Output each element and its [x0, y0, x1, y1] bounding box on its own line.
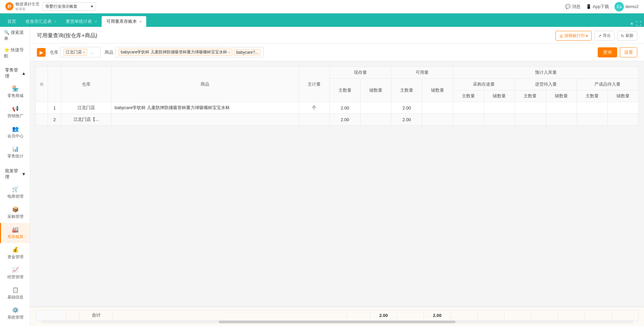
row1-settings — [36, 102, 48, 114]
sidebar-item-purchase[interactable]: 📦 采购管理 — [0, 203, 30, 223]
sidebar-item-enterprise[interactable]: 🤝 企业协同 — [0, 324, 30, 326]
retail-label: 零售管理 — [5, 67, 20, 79]
members-icon: 👥 — [12, 126, 19, 132]
th-available-aux: 辅数量 — [422, 79, 453, 102]
chevron-down-icon: ▾ — [91, 4, 93, 9]
column-settings-icon[interactable]: ⚙ — [40, 82, 44, 87]
tab-receipts[interactable]: 收发存汇总表 × — [21, 16, 61, 27]
sidebar-item-inventory[interactable]: 🏭 库存核算 — [0, 223, 30, 243]
retail-shop-label: 零售商城 — [7, 93, 23, 99]
query-button[interactable]: 查询 — [598, 47, 617, 57]
print-button[interactable]: 🖨 按模板打印 ▾ — [555, 31, 592, 41]
row2-settings — [36, 114, 48, 126]
th-warehouse: 仓库 — [61, 67, 111, 102]
sidebar-item-retail-stats[interactable]: 📊 零售统计 — [0, 142, 30, 162]
tab-receipts-label: 收发存汇总表 — [25, 18, 52, 25]
th-num — [48, 67, 61, 102]
sidebar-item-members[interactable]: 👥 会员中心 — [0, 122, 30, 142]
settings-button[interactable]: 设置 — [620, 47, 637, 57]
avatar: Ea — [614, 2, 624, 11]
warehouse-tag-text: 江北门店 — [66, 49, 82, 55]
product-tag-1: babycare学饮杯 儿童防摔防撞吸管杯重力球吸嘴杯宝宝水杯 × — [118, 49, 232, 56]
app-download-button[interactable]: 📱 App下载 — [586, 4, 609, 10]
footer-available-aux — [451, 310, 478, 321]
footer-incoming-aux — [558, 310, 585, 321]
basic-info-icon: 📋 — [12, 287, 19, 293]
sidebar-item-wholesale[interactable]: 批发管理 ▼ — [0, 165, 30, 183]
tab-orders-close[interactable]: × — [95, 19, 97, 24]
sidebar-item-ecommerce[interactable]: 🛒 电商管理 — [0, 183, 30, 203]
message-button[interactable]: 💬 消息 — [565, 4, 581, 10]
row2-incoming-aux — [546, 114, 577, 126]
footer-incoming-main — [531, 310, 558, 321]
row1-available-aux — [422, 102, 453, 114]
top-bar-right: 💬 消息 📱 App下载 Ea demo2 — [565, 2, 639, 11]
operations-label: 经营管理 — [7, 274, 23, 280]
purchase-icon: 📦 — [12, 206, 19, 213]
th-purchase-aux: 辅数量 — [484, 90, 515, 102]
warehouse-filter-more[interactable]: ... — [89, 50, 95, 55]
tab-inventory-close[interactable]: × — [140, 19, 142, 24]
th-purchase-group: 采购在途量 — [453, 79, 515, 90]
row2-production-main — [577, 114, 607, 126]
table-row: 1 江北门店 babycare学饮杯 儿童防摔防撞吸管杯重力球吸嘴杯宝宝水杯 个… — [36, 102, 639, 114]
print-icon: 🖨 — [559, 34, 563, 38]
refresh-button[interactable]: ↻ 刷新 — [617, 31, 637, 41]
sidebar-item-retail-shop[interactable]: 🏪 零售商城 — [0, 82, 30, 102]
close-all-icon[interactable]: × — [630, 21, 633, 27]
page-header: 可用量查询(按仓库+商品) 🖨 按模板打印 ▾ ↗ 导出 ↻ 刷新 — [30, 27, 644, 44]
table-scrollbar-thumb — [219, 321, 455, 323]
inventory-label: 库存核算 — [7, 234, 23, 240]
sidebar-item-marketing[interactable]: 📢 营销推广 — [0, 102, 30, 122]
sidebar-item-finance[interactable]: 💰 资金管理 — [0, 243, 30, 263]
tab-inventory[interactable]: 可用量库存账本 × — [102, 16, 146, 27]
row2-incoming-main — [515, 114, 546, 126]
sidebar-search-menu[interactable]: 🔍 搜索菜单 — [0, 27, 30, 44]
footer-empty-num — [66, 310, 79, 321]
sidebar-item-retail[interactable]: 零售管理 ▲ — [0, 64, 30, 82]
row2-production-aux — [607, 114, 638, 126]
tab-bar-actions: × ⛶ — [630, 21, 641, 27]
wholesale-label: 批发管理 — [5, 168, 20, 180]
warehouse-selector-text: 母婴行业演示账套 — [45, 4, 77, 9]
warehouse-selector[interactable]: 母婴行业演示账套 ▾ — [42, 2, 96, 11]
warehouse-tag-close[interactable]: × — [83, 50, 85, 54]
th-stock-main: 主数量 — [329, 79, 360, 102]
row2-stock-aux — [360, 114, 391, 126]
sidebar-item-basic-info[interactable]: 📋 基础信息 — [0, 283, 30, 304]
system-icon: ⚙️ — [12, 307, 19, 313]
tab-receipts-close[interactable]: × — [54, 19, 56, 24]
row1-num: 1 — [48, 102, 61, 114]
tab-home[interactable]: 首页 — [3, 16, 21, 27]
tab-orders[interactable]: 要货单统计表 × — [61, 16, 101, 27]
export-button[interactable]: ↗ 导出 — [594, 31, 614, 41]
filter-toggle-button[interactable]: ▶ — [37, 48, 46, 57]
tab-bar: 首页 收发存汇总表 × 要货单统计表 × 可用量库存账本 × × ⛶ — [0, 13, 644, 27]
product-tag-1-text: babycare学饮杯 儿童防摔防撞吸管杯重力球吸嘴杯宝宝水杯 — [121, 49, 227, 55]
filter-actions: 查询 设置 — [598, 47, 637, 57]
members-label: 会员中心 — [7, 133, 23, 139]
export-icon: ↗ — [598, 34, 601, 38]
footer-row: 合计 2.00 2.00 — [36, 310, 639, 321]
th-available-main: 主数量 — [391, 79, 422, 102]
th-unit: 主计量 — [299, 67, 329, 102]
data-table: ⚙ 仓库 商品 主计量 现存量 可用量 预计入库量 主数量 辅数量 主数量 — [36, 66, 639, 126]
product-tag-2: babycare?... — [234, 49, 261, 55]
warehouse-filter-input[interactable]: 江北门店 × ... — [60, 47, 101, 57]
row1-incoming-aux — [546, 102, 577, 114]
app-download-label: App下载 — [593, 4, 609, 10]
refresh-icon: ↻ — [621, 34, 624, 38]
sidebar-item-system[interactable]: ⚙️ 系统管理 — [0, 304, 30, 324]
sidebar-item-operations[interactable]: 📈 经营管理 — [0, 263, 30, 283]
table-scrollbar[interactable] — [41, 321, 633, 323]
th-production-group: 产成品待入量 — [577, 79, 638, 90]
expand-icon[interactable]: ⛶ — [636, 21, 641, 27]
table-footer: 合计 2.00 2.00 — [30, 307, 644, 326]
logo-icon: 好 — [5, 2, 13, 10]
product-tag-1-close[interactable]: × — [228, 50, 230, 54]
sidebar-quick-nav[interactable]: ⭐ 快捷导航 — [0, 44, 30, 62]
product-filter-input[interactable]: babycare学饮杯 儿童防摔防撞吸管杯重力球吸嘴杯宝宝水杯 × babyca… — [115, 47, 264, 57]
user-menu[interactable]: Ea demo2 — [614, 2, 639, 11]
th-stock-aux: 辅数量 — [360, 79, 391, 102]
th-product: 商品 — [111, 67, 299, 102]
